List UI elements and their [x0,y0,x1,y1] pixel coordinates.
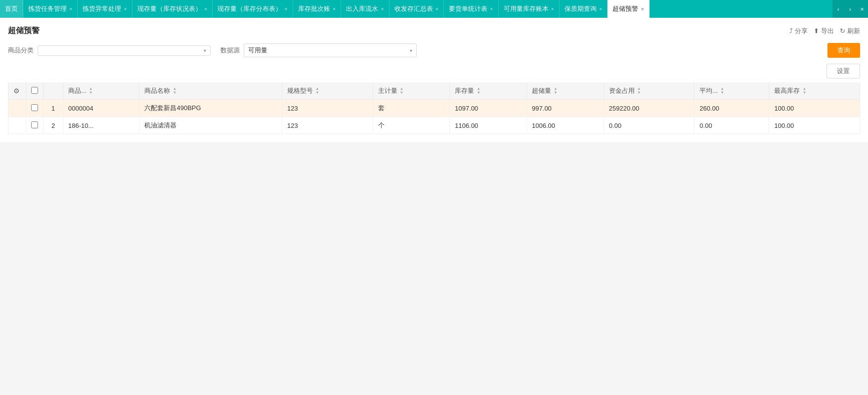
nav-item-available[interactable]: 可用量库存账本 × [499,0,560,18]
row-capital: 259220.00 [604,100,694,117]
close-icon[interactable]: × [490,6,493,12]
row-product-code: 0000004 [63,100,139,117]
close-icon[interactable]: × [435,6,438,12]
datasource-value: 可用量 [248,46,267,55]
row-spec: 123 [282,100,373,117]
nav-next-button[interactable]: › [844,0,856,18]
close-icon[interactable]: × [124,6,127,12]
datasource-label: 数据源 [220,46,240,55]
sort-icon: ▲▼ [400,87,404,95]
close-icon[interactable]: × [333,6,336,12]
row-max-stock: 100.00 [769,100,860,117]
row-checkbox[interactable] [31,104,38,111]
row-max-stock: 100.00 [769,117,860,134]
btn-row: 设置 [8,64,860,79]
row-overage: 997.00 [527,100,604,117]
refresh-icon: ↻ [840,27,845,35]
th-unit[interactable]: 主计量 ▲▼ [373,82,450,100]
datasource-filter-group: 数据源 可用量 ▾ [220,43,417,57]
table-row: 2 186-10... 机油滤清器 123 个 1106.00 1006.00 … [8,117,860,134]
close-icon[interactable]: × [204,6,207,12]
nav-item-overstock[interactable]: 超储预警 × [608,0,649,18]
page-header: 超储预警 ⤴ 分享 ⬆ 导出 ↻ 刷新 [8,26,860,36]
export-icon: ⬆ [814,27,819,35]
row-stock: 1106.00 [450,117,527,134]
th-stock[interactable]: 库存量 ▲▼ [450,82,527,100]
nav-item-quality[interactable]: 保质期查询 × [560,0,608,18]
nav-prev-button[interactable]: ‹ [832,0,844,18]
row-product-name: 六配套新昌490BPG [139,100,282,117]
category-label: 商品分类 [8,46,34,55]
row-gear-cell [8,100,26,117]
sort-icon: ▲▼ [637,87,641,95]
nav-item-order-stat[interactable]: 要货单统计表 × [444,0,498,18]
top-nav: 首页 拣货任务管理 × 拣货异常处理 × 现存量（库存状况表） × 现存量（库存… [0,0,868,18]
row-num: 2 [43,117,63,134]
table-row: 1 0000004 六配套新昌490BPG 123 套 1097.00 997.… [8,100,860,117]
select-all-checkbox[interactable] [31,87,38,94]
settings-button[interactable]: 设置 [826,64,860,79]
nav-item-abnormal[interactable]: 拣货异常处理 × [78,0,132,18]
nav-arrows: ‹ › × [832,0,868,18]
row-overage: 1006.00 [527,117,604,134]
th-overage[interactable]: 超储量 ▲▼ [527,82,604,100]
th-product-name[interactable]: 商品名称 ▲▼ [139,82,282,100]
query-button[interactable]: 查询 [827,43,860,58]
row-unit: 套 [373,100,450,117]
share-icon: ⤴ [789,27,793,35]
th-spec[interactable]: 规格型号 ▲▼ [282,82,373,100]
row-checkbox[interactable] [31,121,38,128]
chevron-down-icon: ▾ [410,48,412,53]
th-gear: ⚙ [8,82,26,100]
th-num [43,82,63,100]
refresh-button[interactable]: ↻ 刷新 [840,27,860,36]
chevron-down-icon: ▾ [204,48,206,53]
close-icon[interactable]: × [284,6,287,12]
close-icon[interactable]: × [69,6,72,12]
nav-item-stock-dist[interactable]: 现存量（库存分布表） × [213,0,293,18]
row-avg: 260.00 [694,100,769,117]
row-product-name: 机油滤清器 [139,117,282,134]
sort-icon: ▲▼ [477,87,480,95]
th-capital[interactable]: 资金占用 ▲▼ [604,82,694,100]
th-product-code[interactable]: 商品... ▲▼ [63,82,139,100]
row-stock: 1097.00 [450,100,527,117]
nav-close-button[interactable]: × [856,0,868,18]
share-button[interactable]: ⤴ 分享 [789,27,808,36]
row-capital: 0.00 [604,117,694,134]
sort-icon: ▲▼ [89,87,93,95]
gear-icon[interactable]: ⚙ [13,87,20,95]
close-icon[interactable]: × [381,6,384,12]
sort-icon: ▲▼ [315,87,319,95]
row-num: 1 [43,100,63,117]
row-spec: 123 [282,117,373,134]
nav-item-summary[interactable]: 收发存汇总表 × [390,0,444,18]
header-actions: ⤴ 分享 ⬆ 导出 ↻ 刷新 [789,27,860,36]
sort-icon: ▲▼ [554,87,558,95]
sort-icon: ▲▼ [802,87,806,95]
th-max-stock[interactable]: 最高库存 ▲▼ [769,82,860,100]
nav-item-batch[interactable]: 库存批次账 × [293,0,341,18]
data-table: ⚙ 商品... ▲▼ 商品名称 ▲▼ [8,82,860,134]
row-gear-cell [8,117,26,134]
th-checkbox [26,82,43,100]
close-icon[interactable]: × [599,6,602,12]
page-content: 超储预警 ⤴ 分享 ⬆ 导出 ↻ 刷新 商品分类 ▾ 数据源 [0,18,868,142]
table-header-row: ⚙ 商品... ▲▼ 商品名称 ▲▼ [8,82,860,100]
row-product-code: 186-10... [63,117,139,134]
row-checkbox-cell [26,117,43,134]
th-avg[interactable]: 平均... ▲▼ [694,82,769,100]
row-unit: 个 [373,117,450,134]
nav-item-stock-status[interactable]: 现存量（库存状况表） × [132,0,213,18]
close-icon[interactable]: × [551,6,554,12]
filter-row: 商品分类 ▾ 数据源 可用量 ▾ 查询 [8,43,860,58]
page-title: 超储预警 [8,26,40,36]
datasource-select[interactable]: 可用量 ▾ [244,43,417,57]
export-button[interactable]: ⬆ 导出 [814,27,834,36]
nav-item-home[interactable]: 首页 [0,0,23,18]
nav-item-flow[interactable]: 出入库流水 × [341,0,389,18]
close-icon[interactable]: × [641,6,644,12]
category-select[interactable]: ▾ [38,45,211,56]
nav-item-task-mgmt[interactable]: 拣货任务管理 × [23,0,78,18]
row-checkbox-cell [26,100,43,117]
